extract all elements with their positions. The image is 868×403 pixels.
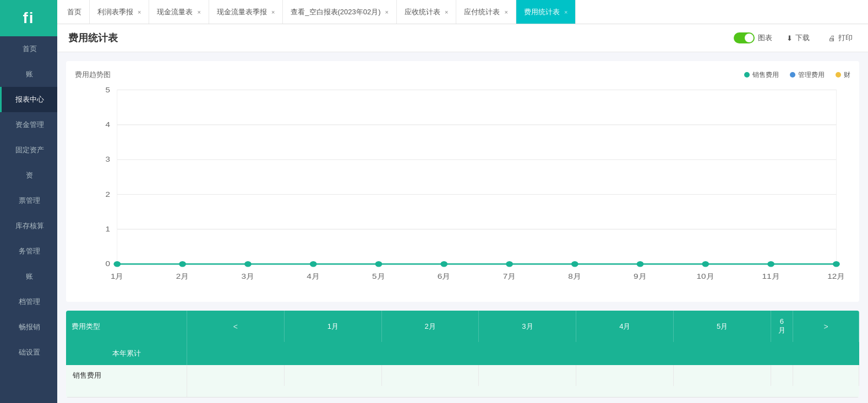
sidebar-item-ticket-mgmt[interactable]: 票管理 (0, 188, 57, 213)
svg-text:3月: 3月 (242, 272, 255, 280)
tab-expense-stat[interactable]: 费用统计表 × (516, 0, 576, 24)
tab-home[interactable]: 首页 (59, 0, 90, 24)
svg-rect-0 (117, 90, 837, 264)
table-header-row: 费用类型 < 1月 2月 3月 4月 5月 6月 > 本年累计 (66, 311, 859, 365)
svg-text:9月: 9月 (634, 272, 647, 280)
svg-point-21 (637, 261, 644, 267)
trend-chart: 0 1 2 3 4 5 (75, 84, 850, 293)
tab-cashflow[interactable]: 现金流量表 × (149, 0, 209, 24)
th-prev-nav[interactable]: < (187, 311, 285, 342)
download-label: 下载 (795, 33, 810, 43)
legend-label-finance: 财 (844, 70, 850, 80)
svg-point-19 (506, 261, 513, 267)
svg-text:6月: 6月 (438, 272, 451, 280)
sidebar: fi 首页 账 报表中心 资金管理 固定资产 资 票管理 库存核算 务管理 账 … (0, 0, 57, 403)
table-row-sales-expense: 销售费用 (66, 365, 859, 398)
table-section: 费用类型 < 1月 2月 3月 4月 5月 6月 > 本年累计 销售费用 (66, 311, 859, 398)
header-actions: 图表 ⬇ 下载 🖨 打印 (734, 31, 857, 45)
svg-text:5月: 5月 (372, 272, 385, 280)
chart-wrapper: 0 1 2 3 4 5 (75, 84, 850, 293)
sidebar-item-expense[interactable]: 畅报销 (0, 314, 57, 340)
close-tab-expense-stat[interactable]: × (564, 9, 567, 15)
tab-bar: 首页 利润表季报 × 现金流量表 × 现金流量表季报 × 查看_空白报表(202… (57, 0, 868, 24)
svg-text:0: 0 (105, 260, 110, 268)
sidebar-item-report-center[interactable]: 报表中心 (0, 87, 57, 112)
chart-title: 费用趋势图 (75, 70, 111, 80)
close-tab-cashflow[interactable]: × (197, 9, 200, 15)
svg-point-16 (310, 261, 317, 267)
close-tab-receivable[interactable]: × (445, 9, 448, 15)
sidebar-item-resource[interactable]: 资 (0, 163, 57, 188)
tab-profit-quarterly[interactable]: 利润表季报 × (90, 0, 149, 24)
tab-payable[interactable]: 应付统计表 × (456, 0, 516, 24)
sidebar-item-account[interactable]: 账 (0, 62, 57, 87)
page-header: 费用统计表 图表 ⬇ 下载 🖨 打印 (57, 24, 868, 52)
page-title: 费用统计表 (68, 31, 118, 45)
th-m2: 2月 (382, 311, 479, 342)
chart-toggle[interactable]: 图表 (734, 32, 772, 43)
svg-text:4月: 4月 (307, 272, 320, 280)
td-nav-placeholder (187, 365, 285, 386)
sidebar-item-basic-settings[interactable]: 础设置 (0, 340, 57, 365)
toggle-thumb (745, 34, 754, 42)
main-content: 首页 利润表季报 × 现金流量表 × 现金流量表季报 × 查看_空白报表(202… (57, 0, 868, 403)
legend-dot-sales (744, 72, 750, 78)
th-m6: 6月 (771, 311, 793, 342)
print-button[interactable]: 🖨 打印 (824, 31, 857, 45)
td-type-sales: 销售费用 (66, 365, 187, 386)
th-m5: 5月 (674, 311, 771, 342)
legend-dot-mgmt (790, 72, 795, 78)
svg-point-17 (375, 261, 383, 267)
td-nav-placeholder2 (793, 365, 859, 386)
close-tab-cashflow-quarterly[interactable]: × (271, 9, 275, 15)
legend-label-mgmt: 管理费用 (798, 70, 825, 80)
chart-header: 费用趋势图 销售费用 管理费用 财 (75, 70, 850, 80)
svg-text:5: 5 (105, 86, 110, 93)
download-button[interactable]: ⬇ 下载 (782, 31, 814, 45)
svg-point-15 (244, 261, 252, 267)
chart-section: 费用趋势图 销售费用 管理费用 财 (66, 61, 859, 302)
sidebar-item-service-mgmt[interactable]: 务管理 (0, 239, 57, 264)
tab-blank-report[interactable]: 查看_空白报表(2023年02月) × (283, 0, 397, 24)
sidebar-item-fund-mgmt[interactable]: 资金管理 (0, 112, 57, 137)
svg-point-13 (113, 261, 121, 267)
content-area: 费用趋势图 销售费用 管理费用 财 (57, 52, 868, 403)
legend-mgmt-expense: 管理费用 (790, 70, 825, 80)
td-m6-sales (771, 365, 793, 386)
svg-text:7月: 7月 (503, 272, 516, 280)
svg-point-20 (571, 261, 578, 267)
sidebar-item-archive-mgmt[interactable]: 档管理 (0, 289, 57, 314)
sidebar-item-fixed-assets[interactable]: 固定资产 (0, 137, 57, 163)
svg-text:2: 2 (105, 190, 110, 198)
th-next-nav[interactable]: > (793, 311, 859, 342)
tab-receivable[interactable]: 应收统计表 × (397, 0, 456, 24)
td-m1-sales (285, 365, 382, 386)
td-m2-sales (382, 365, 479, 386)
tab-cashflow-quarterly[interactable]: 现金流量表季报 × (209, 0, 283, 24)
close-tab-profit-quarterly[interactable]: × (138, 9, 141, 15)
th-m1: 1月 (285, 311, 382, 342)
svg-text:8月: 8月 (568, 272, 581, 280)
legend-finance-expense: 财 (836, 70, 850, 80)
th-ytd: 本年累计 (66, 342, 187, 365)
prev-month-arrow[interactable]: < (233, 322, 238, 331)
sidebar-item-ledger[interactable]: 账 (0, 264, 57, 289)
sidebar-logo: fi (0, 0, 57, 36)
print-label: 打印 (838, 33, 853, 43)
svg-text:11月: 11月 (762, 272, 779, 280)
toggle-track[interactable] (734, 32, 755, 43)
svg-point-23 (767, 261, 774, 267)
next-month-arrow[interactable]: > (823, 322, 828, 331)
legend-label-sales: 销售费用 (752, 70, 779, 80)
svg-text:3: 3 (105, 156, 110, 163)
download-icon: ⬇ (787, 34, 793, 42)
svg-point-22 (702, 261, 709, 267)
toggle-label: 图表 (758, 33, 772, 43)
sidebar-item-home[interactable]: 首页 (0, 36, 57, 62)
td-m5-sales (674, 365, 771, 386)
legend-dot-finance (836, 72, 841, 78)
svg-text:4: 4 (105, 120, 110, 128)
sidebar-item-inventory[interactable]: 库存核算 (0, 213, 57, 239)
close-tab-blank-report[interactable]: × (385, 9, 389, 15)
close-tab-payable[interactable]: × (504, 9, 507, 15)
